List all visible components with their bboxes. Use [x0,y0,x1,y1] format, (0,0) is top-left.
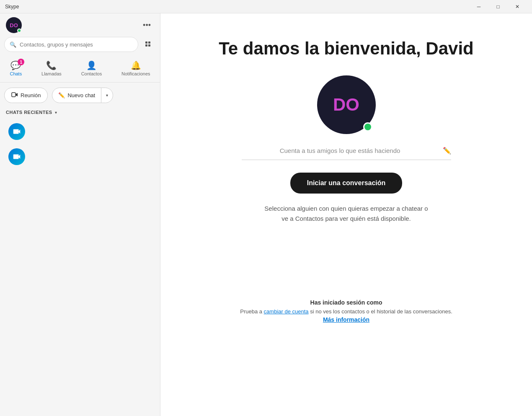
section-title: CHATS RECIENTES [6,110,52,115]
tab-chats-label: Chats [10,71,22,76]
footer-section: Has iniciado sesión como Prueba a cambia… [240,299,452,323]
nuevo-chat-button[interactable]: ✏️ Nuevo chat [52,88,101,103]
nav-tabs: 💬 1 Chats 📞 Llamadas 👤 Contactos 🔔 Notif… [0,56,160,83]
list-item[interactable] [4,120,156,143]
tab-notificaciones-label: Notificaciones [121,71,150,76]
minimize-button[interactable]: ─ [469,0,488,13]
tab-notificaciones[interactable]: 🔔 Notificaciones [116,58,155,79]
start-conversation-button[interactable]: Iniciar una conversación [290,173,403,194]
sidebar: DO ••• 🔍 [0,13,160,416]
welcome-title: Te damos la bienvenida, David [219,39,473,59]
profile-avatar-large[interactable]: DO [317,75,376,134]
titlebar: Skype ─ □ ✕ [0,0,532,13]
video-call-icon [12,127,21,136]
footer-post-text: si no ves los contactos o el historial d… [309,308,452,315]
search-row: 🔍 [4,37,156,52]
avatar [8,123,25,140]
svg-rect-2 [145,44,147,47]
tab-contactos-label: Contactos [81,71,102,76]
app-layout: DO ••• 🔍 [0,13,532,416]
contactos-icon: 👤 [86,60,97,70]
video-icon [11,91,18,98]
search-container: 🔍 [0,37,160,56]
svg-rect-1 [148,41,150,44]
chevron-down-icon: ▾ [106,93,108,98]
footer-pre-text: Prueba a [240,308,263,315]
chats-badge: 1 [18,59,24,65]
grid-icon-button[interactable] [141,37,156,52]
subtitle-text: Selecciona alguien con quien quieras emp… [263,204,430,224]
action-buttons: Reunión ✏️ Nuevo chat ▾ [0,83,160,108]
edit-icon: ✏️ [58,92,65,98]
change-account-link[interactable]: cambiar de cuenta [264,308,309,315]
avatar-initials: DO [10,22,18,28]
window-controls: ─ □ ✕ [469,0,527,13]
nuevo-chat-group: ✏️ Nuevo chat ▾ [52,88,113,103]
main-content: Te damos la bienvenida, David DO Cuenta … [160,13,532,416]
list-item[interactable] [4,145,156,168]
reunion-button[interactable]: Reunión [4,88,48,103]
tab-llamadas[interactable]: 📞 Llamadas [36,58,67,79]
reunion-icon [11,91,18,99]
llamadas-icon: 📞 [46,60,57,70]
status-row: Cuenta a tus amigos lo que estás haciend… [242,147,451,160]
user-avatar[interactable]: DO [6,17,22,33]
video-call-icon-2 [12,152,21,161]
chats-icon: 💬 1 [10,60,21,70]
more-info-link[interactable]: Más información [240,316,452,323]
tab-contactos[interactable]: 👤 Contactos [76,58,107,79]
svg-rect-4 [12,93,15,97]
status-placeholder-text: Cuenta a tus amigos lo que estás haciend… [242,147,439,154]
close-button[interactable]: ✕ [508,0,527,13]
search-input[interactable] [20,41,133,48]
app-title: Skype [5,4,19,10]
search-icon: 🔍 [10,41,16,48]
search-bar: 🔍 [4,37,138,52]
chat-list [0,118,160,170]
svg-rect-3 [148,44,150,47]
nuevo-chat-label: Nuevo chat [67,92,95,98]
reunion-label: Reunión [21,92,41,98]
more-options-button[interactable]: ••• [139,19,154,31]
sidebar-header: DO ••• [0,13,160,37]
status-edit-icon[interactable]: ✏️ [443,147,451,155]
tab-chats[interactable]: 💬 1 Chats [5,58,27,79]
tab-llamadas-label: Llamadas [41,71,62,76]
maximize-button[interactable]: □ [488,0,508,13]
section-header: CHATS RECIENTES ▾ [0,108,160,118]
section-chevron-icon: ▾ [55,110,57,115]
footer-line1: Has iniciado sesión como [240,299,452,306]
online-indicator-large [363,122,372,132]
grid-icon [145,41,152,48]
svg-rect-0 [145,41,147,44]
notificaciones-icon: 🔔 [131,60,141,70]
footer-line2: Prueba a cambiar de cuenta si no ves los… [240,308,452,315]
online-indicator [17,28,21,33]
profile-avatar-initials: DO [333,95,359,115]
avatar [8,148,25,165]
nuevo-chat-dropdown[interactable]: ▾ [101,88,113,103]
